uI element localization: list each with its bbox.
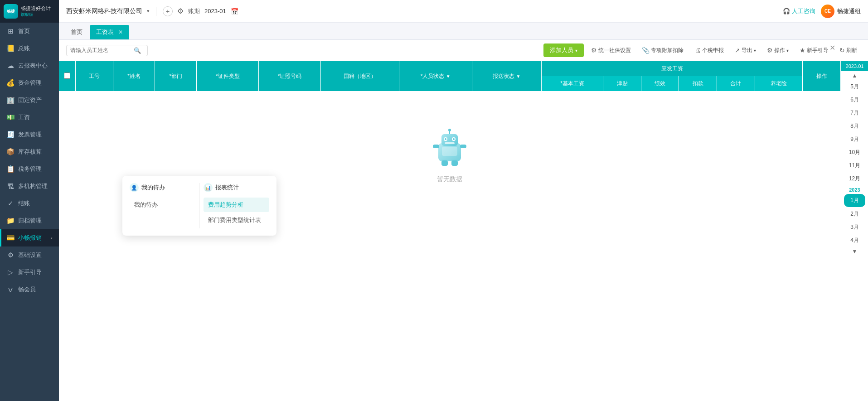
company-name[interactable]: 西安虾米网络科技有限公司 [66, 7, 142, 15]
invoice-icon: 🧾 [6, 130, 15, 139]
tax-icon: 📋 [6, 165, 15, 173]
sidebar-item-guide[interactable]: ▷ 新手引导 [0, 264, 59, 281]
membership-icon: V [6, 286, 15, 294]
new-guide-icon: ★ [800, 47, 805, 54]
popup-col-report: 📊 报表统计 费用趋势分析 部门费用类型统计表 [204, 183, 270, 228]
ledger-icon: 📒 [6, 44, 15, 53]
th-deduction: 扣款 [679, 76, 717, 91]
sidebar-item-membership[interactable]: V 畅会员 [0, 281, 59, 298]
sidebar-label-fund: 资金管理 [18, 79, 42, 87]
th-hr-status: *人员状态 ▼ [399, 61, 472, 91]
search-input[interactable] [70, 47, 134, 53]
home-icon: ⊞ [6, 27, 15, 35]
sidebar-label-membership: 畅会员 [18, 285, 36, 294]
refresh-btn[interactable]: ↻ 刷新 [836, 44, 861, 57]
refresh-label: 刷新 [846, 47, 857, 54]
timeline-month-5[interactable]: 5月 [841, 80, 868, 93]
timeline-month-9[interactable]: 9月 [841, 133, 868, 146]
sidebar-item-multi-org[interactable]: 🏗 多机构管理 [0, 178, 59, 195]
tab-home[interactable]: 首页 [64, 25, 89, 39]
timeline-up-nav[interactable]: ▲ [841, 71, 868, 80]
toolbar-right: 添加人员 ▾ ⚙ 统一社保设置 📎 专项附加扣除 🖨 个税申报 ↗ 导 [543, 43, 861, 57]
add-person-btn[interactable]: 添加人员 ▾ [543, 43, 584, 57]
timeline-panel: 2023.01 ▲ 5月 6月 7月 8月 9月 10月 11月 12月 202… [841, 61, 868, 401]
logo-name: 畅捷通好会计 [21, 5, 51, 11]
svg-rect-12 [433, 145, 439, 148]
popup-item-dept-expense[interactable]: 部门费用类型统计表 [204, 213, 270, 227]
sidebar-item-settings[interactable]: ⚙ 基础设置 [0, 246, 59, 264]
timeline-year-2023: 2023 [841, 185, 868, 193]
popup-item-expense-trend[interactable]: 费用趋势分析 [204, 198, 270, 212]
sidebar-label-ledger: 总账 [18, 44, 30, 53]
sidebar-label-checkout: 结账 [18, 199, 30, 208]
timeline-month-3[interactable]: 3月 [841, 221, 868, 234]
personal-tax-btn[interactable]: 🖨 个税申报 [691, 44, 727, 57]
select-all-checkbox[interactable] [64, 72, 70, 79]
period-value: 2023-01 [204, 8, 226, 14]
sidebar-item-expense[interactable]: 💳 小畅报销 ‹ [0, 229, 59, 246]
tab-salary-table[interactable]: 工资表 ✕ [90, 25, 129, 39]
logo: 畅捷 畅捷通好会计 旗舰版 [0, 0, 59, 23]
timeline-month-12[interactable]: 12月 [841, 172, 868, 185]
svg-point-4 [445, 138, 446, 140]
new-guide-btn[interactable]: ★ 新手引导 [796, 44, 832, 57]
timeline-month-6[interactable]: 6月 [841, 93, 868, 106]
popup-divider [199, 183, 200, 228]
sidebar-item-salary[interactable]: 💵 工资 [0, 109, 59, 126]
guide-icon: ▷ [6, 268, 15, 276]
sidebar-item-assets[interactable]: 🏢 固定资产 [0, 92, 59, 109]
sidebar-item-cloud-report[interactable]: ☁ 云报表中心 [0, 57, 59, 74]
social-insurance-btn[interactable]: ⚙ 统一社保设置 [587, 44, 635, 57]
th-checkbox[interactable] [59, 61, 75, 91]
settings-gear-icon[interactable]: ⚙ [177, 7, 184, 15]
sidebar-item-ledger[interactable]: 📒 总账 [0, 40, 59, 57]
timeline-month-11[interactable]: 11月 [841, 159, 868, 172]
popup-header-report: 📊 报表统计 [204, 183, 270, 192]
empty-icon [429, 127, 470, 168]
operate-btn[interactable]: ⚙ 操作 ▾ [763, 44, 792, 57]
timeline-down-nav[interactable]: ▼ [841, 247, 868, 256]
timeline-month-4[interactable]: 4月 [841, 234, 868, 247]
user-menu[interactable]: CE 畅捷通组 [821, 5, 861, 18]
search-box[interactable]: 🔍 [66, 45, 148, 56]
sidebar-item-checkout[interactable]: ✓ 结账 [0, 195, 59, 212]
sidebar-item-inventory[interactable]: 📦 库存核算 [0, 143, 59, 160]
assets-icon: 🏢 [6, 96, 15, 104]
th-pension: 养老险 [755, 76, 803, 91]
company-dropdown-icon[interactable]: ▾ [147, 8, 150, 14]
operate-label: 操作 [774, 47, 785, 54]
social-insurance-label: 统一社保设置 [598, 47, 631, 54]
th-name: *姓名 [113, 61, 155, 91]
sidebar-item-archive[interactable]: 📁 归档管理 [0, 212, 59, 229]
special-deduction-btn[interactable]: 📎 专项附加扣除 [638, 44, 687, 57]
sidebar-item-home[interactable]: ⊞ 首页 [0, 23, 59, 40]
popup-my-todo-label: 我的待办 [134, 201, 158, 208]
filter-icon-report[interactable]: ▼ [516, 74, 521, 79]
tab-home-label: 首页 [71, 29, 82, 35]
add-period-btn[interactable]: + [163, 6, 173, 16]
sidebar-item-invoice[interactable]: 🧾 发票管理 [0, 126, 59, 143]
timeline-month-8[interactable]: 8月 [841, 120, 868, 133]
sidebar-item-tax[interactable]: 📋 税务管理 [0, 160, 59, 178]
popup-header-todo: 👤 我的待办 [130, 183, 196, 192]
th-report-status: 报送状态 ▼ [472, 61, 541, 91]
timeline-month-2[interactable]: 2月 [841, 208, 868, 221]
service-btn[interactable]: 🎧 人工咨询 [783, 7, 815, 15]
timeline-month-1-current[interactable]: 1月 [844, 194, 865, 207]
page-close-btn[interactable]: ✕ [829, 43, 835, 52]
calendar-icon[interactable]: 📅 [231, 8, 238, 15]
export-btn[interactable]: ↗ 导出 ▾ [731, 44, 760, 57]
popup-item-my-todo[interactable]: 我的待办 [130, 198, 196, 212]
sidebar-item-fund[interactable]: 💰 资金管理 [0, 74, 59, 92]
export-label: 导出 [742, 47, 752, 54]
logo-icon: 畅捷 [4, 4, 18, 19]
timeline-month-7[interactable]: 7月 [841, 106, 868, 120]
th-performance: 绩效 [641, 76, 679, 91]
tab-salary-label: 工资表 [96, 29, 114, 35]
timeline-month-10[interactable]: 10月 [841, 146, 868, 159]
sidebar-label-invoice: 发票管理 [18, 130, 42, 139]
filter-icon-hr[interactable]: ▼ [446, 74, 451, 79]
tab-close-icon[interactable]: ✕ [118, 29, 123, 35]
svg-point-5 [453, 138, 455, 140]
expand-arrow: ‹ [51, 235, 53, 241]
